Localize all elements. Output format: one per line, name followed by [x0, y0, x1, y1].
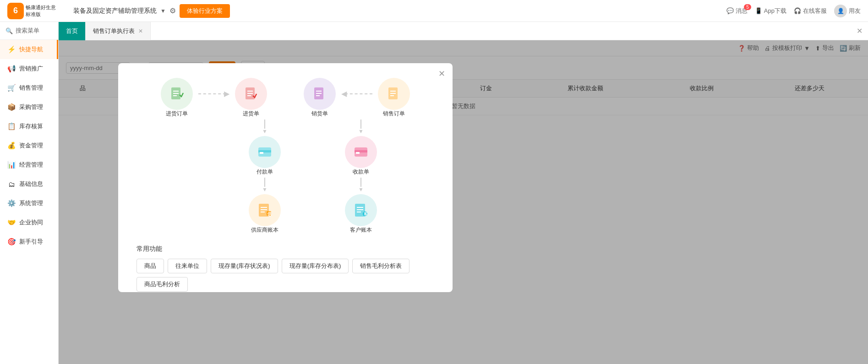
enterprise-icon: 🤝 [7, 218, 16, 227]
tab-actions: ✕ [857, 27, 868, 35]
sidebar-item-operations[interactable]: 📊 经营管理 [0, 155, 58, 174]
customer-account-icon: 客 [345, 194, 377, 226]
tab-home[interactable]: 首页 [59, 22, 86, 40]
system-title: 装备及固定资产辅助管理系统 ▼ ⚙ [73, 6, 176, 15]
sales-icon: 🛒 [7, 84, 16, 92]
avatar: 👤 [834, 5, 847, 17]
top-right: 💬 消息 5 📱 App下载 🎧 在线客服 👤 用友 [726, 5, 861, 17]
purchase-receipt-icon [235, 78, 267, 110]
app-download-btn[interactable]: 📱 App下载 [755, 7, 786, 15]
node-purchase-order[interactable]: 进货订单 [161, 78, 193, 118]
supplier-account-label: 供应商账本 [251, 226, 278, 234]
system-settings-btn[interactable]: ⚙ [169, 6, 176, 15]
sidebar-item-finance[interactable]: 💰 资金管理 [0, 136, 58, 155]
func-btn-partner[interactable]: 往来单位 [168, 259, 207, 273]
sidebar-item-system[interactable]: ⚙️ 系统管理 [0, 194, 58, 213]
content-body: ❓ 帮助 🖨 按模板打印 ▼ ⬆ 导出 🔄 [59, 40, 868, 364]
flow-arrows-v2: ▼ ▼ [136, 178, 434, 192]
node-receipt[interactable]: 收款单 [343, 136, 379, 176]
sidebar-item-enterprise[interactable]: 🤝 企业协同 [0, 213, 58, 232]
common-functions: 常用功能 商品 往来单位 现存量(库存状况表) 现存量(库存分布表) 销售毛利分… [136, 245, 434, 292]
func-btn-product[interactable]: 商品 [136, 259, 164, 273]
close-all-tabs-btn[interactable]: ✕ [857, 27, 863, 35]
sales-order-icon [378, 78, 410, 110]
tab-bar: 首页 销售订单执行表 ✕ ✕ [59, 22, 868, 40]
search-icon: 🔍 [5, 27, 13, 34]
sidebar-item-purchase[interactable]: 📦 采购管理 [0, 98, 58, 117]
modal-overlay[interactable]: ✕ [59, 40, 868, 364]
svg-text:客: 客 [364, 212, 368, 216]
quick-nav-icon: ⚡ [7, 45, 16, 54]
payment-icon [249, 136, 281, 168]
node-customer-account[interactable]: 客 客户账本 [343, 194, 379, 234]
headset-icon: 🎧 [794, 7, 801, 14]
message-icon: 💬 [726, 7, 734, 14]
logo-area: 6 畅康通好生意 标准版 [7, 3, 66, 19]
logo-icon: 6 [7, 3, 24, 19]
func-btn-product-profit[interactable]: 商品毛利分析 [136, 277, 188, 292]
receipt-icon [345, 136, 377, 168]
message-btn[interactable]: 💬 消息 5 [726, 7, 748, 15]
main-area: 🔍 搜索菜单 ⚡ 快捷导航 📢 营销推广 🛒 销售管理 📦 采购管理 📋 [0, 22, 868, 364]
modal-close-btn[interactable]: ✕ [438, 69, 445, 79]
content-area: 首页 销售订单执行表 ✕ ✕ ❓ [59, 22, 868, 364]
func-btn-stock-status[interactable]: 现存量(库存状况表) [211, 259, 278, 273]
purchase-receipt-label: 进货单 [243, 110, 259, 118]
online-service-btn[interactable]: 🎧 在线客服 [794, 7, 827, 15]
flow-diagram: 进货订单 ▶ [136, 78, 434, 241]
node-payment[interactable]: 付款单 [246, 136, 283, 176]
sidebar-item-sales[interactable]: 🛒 销售管理 [0, 78, 58, 98]
system-name: 装备及固定资产辅助管理系统 [73, 7, 157, 15]
sales-invoice-icon [304, 78, 336, 110]
sidebar-item-marketing[interactable]: 📢 营销推广 [0, 59, 58, 78]
flow-row-3: 供 供应商账本 [136, 194, 434, 234]
sales-invoice-label: 销货单 [311, 110, 328, 118]
func-buttons-row1: 商品 往来单位 现存量(库存状况表) 现存量(库存分布表) 销售毛利分析表 商品… [136, 259, 434, 292]
node-purchase-receipt[interactable]: 进货单 [235, 78, 267, 118]
trial-btn[interactable]: 体验行业方案 [180, 4, 230, 18]
quick-nav-modal: ✕ [118, 63, 453, 292]
flow-row-2: 付款单 [136, 136, 434, 176]
svg-rect-21 [356, 152, 360, 154]
sidebar-item-guide[interactable]: 🎯 新手引导 [0, 232, 58, 251]
marketing-icon: 📢 [7, 65, 16, 73]
func-btn-sales-profit[interactable]: 销售毛利分析表 [352, 259, 409, 273]
node-sales-invoice[interactable]: 销货单 [304, 78, 336, 118]
message-badge: 5 [744, 4, 751, 10]
phone-icon: 📱 [755, 7, 762, 14]
customer-account-label: 客户账本 [350, 226, 372, 234]
sales-order-label: 销售订单 [383, 110, 405, 118]
sidebar-item-inventory[interactable]: 📋 库存核算 [0, 117, 58, 136]
supplier-account-icon: 供 [249, 194, 281, 226]
common-functions-title: 常用功能 [136, 245, 434, 253]
system-icon: ⚙️ [7, 199, 16, 207]
finance-icon: 💰 [7, 141, 16, 150]
sidebar-item-quick-nav[interactable]: ⚡ 快捷导航 [0, 40, 58, 59]
sidebar-item-basic-info[interactable]: 🗂 基础信息 [0, 174, 58, 194]
purchase-icon: 📦 [7, 103, 16, 111]
guide-icon: 🎯 [7, 238, 16, 246]
payment-label: 付款单 [257, 168, 273, 176]
search-menu-btn[interactable]: 🔍 搜索菜单 [0, 22, 58, 40]
inventory-icon: 📋 [7, 122, 16, 130]
system-dropdown-btn[interactable]: ▼ [160, 8, 166, 14]
svg-text:供: 供 [267, 212, 272, 216]
flow-arrows-v: ▼ ▼ [136, 120, 434, 134]
purchase-order-icon [161, 78, 193, 110]
arrow-h-2: ◀ [341, 89, 372, 98]
logo-text: 畅康通好生意 标准版 [26, 4, 56, 17]
arrow-h-1: ▶ [198, 89, 229, 98]
sidebar: 🔍 搜索菜单 ⚡ 快捷导航 📢 营销推广 🛒 销售管理 📦 采购管理 📋 [0, 22, 59, 364]
top-bar: 6 畅康通好生意 标准版 装备及固定资产辅助管理系统 ▼ ⚙ 体验行业方案 💬 … [0, 0, 868, 22]
tab-close-btn[interactable]: ✕ [138, 28, 143, 34]
node-supplier-account[interactable]: 供 供应商账本 [246, 194, 283, 234]
tab-sales-order-exec[interactable]: 销售订单执行表 ✕ [86, 22, 151, 40]
node-sales-order[interactable]: 销售订单 [378, 78, 410, 118]
user-menu[interactable]: 👤 用友 [834, 5, 861, 17]
purchase-order-label: 进货订单 [166, 110, 188, 118]
flow-row-1: 进货订单 ▶ [136, 78, 434, 118]
operations-icon: 📊 [7, 161, 16, 169]
func-btn-stock-dist[interactable]: 现存量(库存分布表) [282, 259, 349, 273]
basic-info-icon: 🗂 [7, 180, 16, 188]
app-container: 6 畅康通好生意 标准版 装备及固定资产辅助管理系统 ▼ ⚙ 体验行业方案 💬 … [0, 0, 868, 364]
